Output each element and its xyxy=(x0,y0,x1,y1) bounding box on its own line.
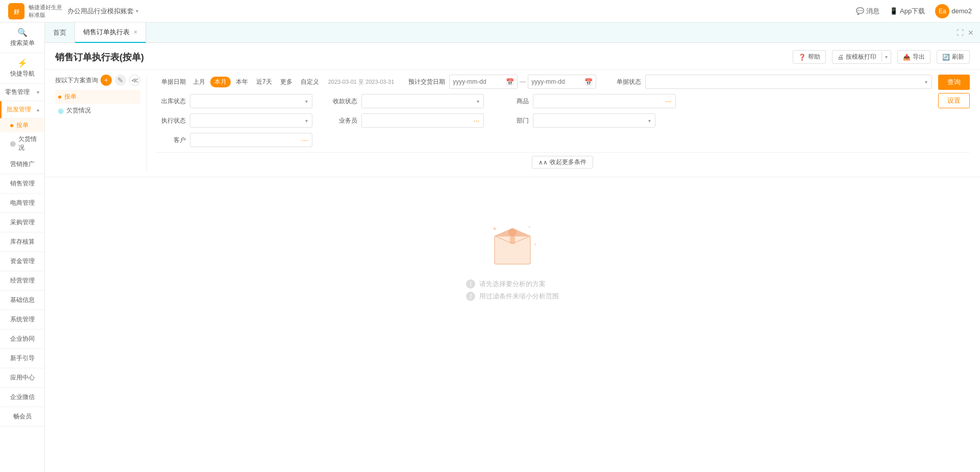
calendar-icon-start: 📅 xyxy=(506,78,514,86)
query-button[interactable]: 查询 xyxy=(938,75,970,90)
refresh-icon: 🔄 xyxy=(942,54,950,61)
edit-scheme-button[interactable]: ✎ xyxy=(115,75,126,86)
customer-more-icon[interactable]: ··· xyxy=(302,136,308,144)
tip-num-2: 2 xyxy=(466,292,475,301)
tab-close-button[interactable]: × xyxy=(134,29,137,36)
print-main[interactable]: 🖨 按模板打印 xyxy=(832,51,881,63)
add-scheme-button[interactable]: ＋ xyxy=(101,75,112,86)
company-dropdown-icon: ▾ xyxy=(136,8,138,14)
sidebar-item-wholesale[interactable]: 批发管理 ▴ xyxy=(0,101,44,119)
collapse-icon: ∧∧ xyxy=(538,159,548,166)
export-button[interactable]: 📤 导出 xyxy=(897,50,930,64)
empty-tip-2: 2 用过滤条件来缩小分析范围 xyxy=(466,292,559,301)
status-select[interactable]: ▾ xyxy=(645,75,932,89)
svg-text:✦: ✦ xyxy=(492,225,497,232)
collapse-bar: ∧∧ 收起更多条件 xyxy=(155,152,970,172)
sidebar-item-marketing[interactable]: 营销推广 xyxy=(0,155,44,174)
date-tab-custom[interactable]: 自定义 xyxy=(298,77,322,87)
empty-tip-1: 1 请先选择要分析的方案 xyxy=(466,279,559,289)
expected-date-start-wrap[interactable]: 📅 xyxy=(449,75,518,89)
date-tab-last-month[interactable]: 上月 xyxy=(190,77,208,87)
page-title: 销售订单执行表(按单) xyxy=(55,51,144,63)
sub-icon: ◎ xyxy=(10,140,15,147)
date-tab-7days[interactable]: 近7天 xyxy=(253,77,275,87)
svg-point-6 xyxy=(508,228,517,237)
header-left: 好 畅捷通好生意 标准版 办公用品行业模拟账套 ▾ xyxy=(8,3,138,19)
sidebar-item-enterprise[interactable]: 企业协同 xyxy=(0,329,44,349)
customer-select[interactable]: ··· xyxy=(190,133,312,147)
sidebar-item-quick-nav[interactable]: ⚡ 快捷导航 xyxy=(0,53,44,84)
sidebar-item-finance[interactable]: 资金管理 xyxy=(0,252,44,271)
date-tab-this-month[interactable]: 本月 xyxy=(210,77,231,87)
collapse-scheme-button[interactable]: ≪ xyxy=(129,75,140,86)
date-tab-this-year[interactable]: 本年 xyxy=(233,77,251,87)
salesperson-more-icon[interactable]: ··· xyxy=(473,116,479,125)
goods-select[interactable]: ··· xyxy=(533,94,676,108)
company-selector[interactable]: 办公用品行业模拟账套 ▾ xyxy=(67,7,138,16)
search-icon: 🔍 xyxy=(17,28,28,37)
sidebar-item-retail[interactable]: 零售管理 ▾ xyxy=(0,84,44,101)
message-action[interactable]: 💬 消息 xyxy=(856,7,879,16)
filter-row-2: 出库状态 ▾ 收款状态 ▾ 商品 xyxy=(155,94,932,108)
main-layout: 🔍 搜索菜单 ⚡ 快捷导航 零售管理 ▾ 批发管理 ▴ 按单 ◎ 欠货情况 营销… xyxy=(0,22,980,472)
header-right: 💬 消息 📱 App下载 Ea demo2 xyxy=(856,4,972,18)
sidebar-item-appstore[interactable]: 应用中心 xyxy=(0,368,44,388)
dept-select[interactable]: ▾ xyxy=(533,113,655,128)
date-tabs: 上月 本月 本年 近7天 更多 自定义 2023-03-01 至 2023-03… xyxy=(190,77,394,87)
expected-date-end[interactable] xyxy=(531,78,582,85)
expected-date-end-wrap[interactable]: 📅 xyxy=(528,75,596,89)
sidebar-item-sales[interactable]: 销售管理 xyxy=(0,174,44,194)
filter-row-4: 客户 ··· xyxy=(155,133,932,147)
filter-row-1: 单据日期 上月 本月 本年 近7天 更多 自定义 2023-03-01 至 20 xyxy=(155,75,932,89)
exec-status-select[interactable]: ▾ xyxy=(190,113,312,128)
sidebar-item-purchase[interactable]: 采购管理 xyxy=(0,213,44,232)
sidebar: 🔍 搜索菜单 ⚡ 快捷导航 零售管理 ▾ 批发管理 ▴ 按单 ◎ 欠货情况 营销… xyxy=(0,22,45,472)
tab-sales-order[interactable]: 销售订单执行表 × xyxy=(75,22,146,43)
logo-text: 畅捷通好生意 标准版 xyxy=(29,4,62,18)
sidebar-sub-debt[interactable]: ◎ 欠货情况 xyxy=(0,132,44,155)
svg-rect-7 xyxy=(510,237,515,244)
collapse-button[interactable]: ∧∧ 收起更多条件 xyxy=(532,156,593,169)
tab-restore-icon[interactable]: ⛶ xyxy=(957,29,964,37)
sidebar-item-search[interactable]: 🔍 搜索菜单 xyxy=(0,22,44,53)
print-icon: 🖨 xyxy=(838,54,844,61)
sidebar-item-inventory[interactable]: 库存核算 xyxy=(0,232,44,252)
payment-status-label: 收款状态 xyxy=(327,97,357,106)
scheme-item-press[interactable]: 按单 xyxy=(55,90,140,104)
active-scheme-dot xyxy=(58,96,61,99)
sub-item-icon: ◎ xyxy=(58,107,63,114)
sidebar-item-operations[interactable]: 经营管理 xyxy=(0,271,44,291)
delivery-status-select[interactable]: ▾ xyxy=(190,94,312,108)
print-button[interactable]: 🖨 按模板打印 ▾ xyxy=(832,50,891,64)
refresh-button[interactable]: 🔄 刷新 xyxy=(937,50,970,64)
sidebar-sub-press[interactable]: 按单 xyxy=(0,119,44,132)
app-download-action[interactable]: 📱 App下载 xyxy=(890,7,925,16)
user-action[interactable]: Ea demo2 xyxy=(935,4,972,18)
exec-chevron-icon: ▾ xyxy=(305,118,308,124)
date-tab-more[interactable]: 更多 xyxy=(277,77,296,87)
payment-status-select[interactable]: ▾ xyxy=(361,94,484,108)
settings-button[interactable]: 设置 xyxy=(938,93,970,108)
empty-tips: 1 请先选择要分析的方案 2 用过滤条件来缩小分析范围 xyxy=(466,279,559,301)
help-button[interactable]: ❓ 帮助 xyxy=(793,50,826,64)
salesperson-select[interactable]: ··· xyxy=(361,113,484,128)
sidebar-item-newbie[interactable]: 新手引导 xyxy=(0,349,44,368)
user-avatar: Ea xyxy=(935,4,949,18)
download-icon: 📱 xyxy=(890,7,898,15)
sidebar-item-member[interactable]: 畅会员 xyxy=(0,407,44,427)
sidebar-item-basic[interactable]: 基础信息 xyxy=(0,291,44,310)
filter-controls: 单据日期 上月 本月 本年 近7天 更多 自定义 2023-03-01 至 20 xyxy=(147,75,970,172)
sidebar-item-system[interactable]: 系统管理 xyxy=(0,310,44,329)
tip-num-1: 1 xyxy=(466,279,475,289)
tab-home[interactable]: 首页 xyxy=(45,22,75,43)
sidebar-item-wechat[interactable]: 企业微信 xyxy=(0,388,44,407)
print-dropdown[interactable]: ▾ xyxy=(881,52,891,62)
delivery-status-label: 出库状态 xyxy=(155,97,186,106)
tab-window-close-icon[interactable]: ✕ xyxy=(968,29,974,37)
sidebar-item-ecommerce[interactable]: 电商管理 xyxy=(0,194,44,213)
export-icon: 📤 xyxy=(903,54,911,61)
empty-illustration: ✦ ✦ ✦ xyxy=(482,218,543,269)
scheme-item-debt[interactable]: ◎ 欠货情况 xyxy=(55,104,140,117)
expected-date-start[interactable] xyxy=(453,78,504,85)
goods-more-icon[interactable]: ··· xyxy=(665,97,671,105)
